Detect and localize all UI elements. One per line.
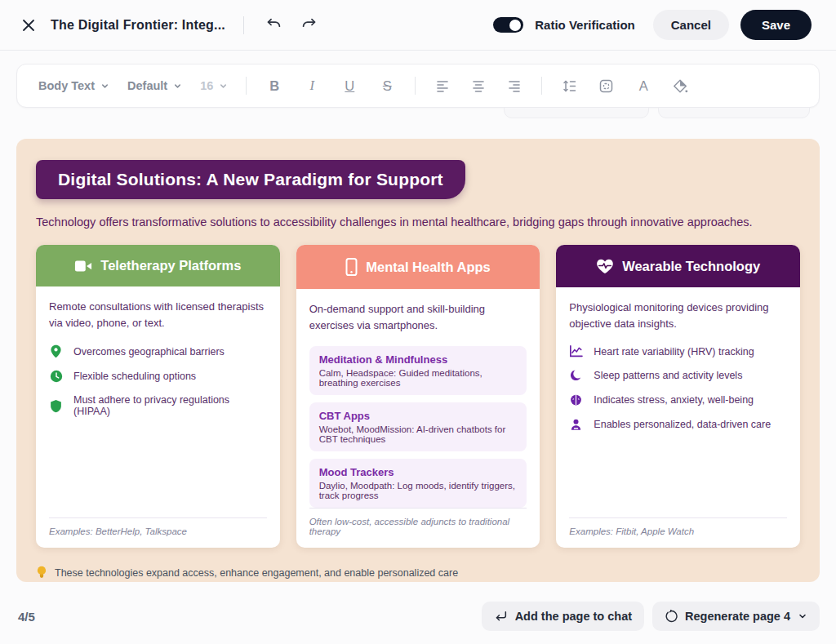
heart-pulse-icon xyxy=(596,258,614,274)
cards-row: Teletherapy Platforms Remote consultatio… xyxy=(36,245,800,548)
card-body: Remote consultations with licensed thera… xyxy=(36,286,280,548)
align-left-button[interactable] xyxy=(434,77,451,95)
bullet-item: Must adhere to privacy regulations (HIPA… xyxy=(49,394,267,417)
card-wearable-technology[interactable]: Wearable Technology Physiological monito… xyxy=(556,245,800,548)
slide-title-banner[interactable]: Digital Solutions: A New Paradigm for Su… xyxy=(36,160,465,199)
clock-icon xyxy=(50,370,63,383)
app-category-text: Calm, Headspace: Guided meditations, bre… xyxy=(319,368,518,388)
bullet-item: Flexible scheduling options xyxy=(49,370,267,383)
divider xyxy=(415,77,416,95)
page-indicator: 4/5 xyxy=(18,610,35,624)
card-footer-note: Often low-cost, accessible adjuncts to t… xyxy=(309,508,527,536)
scroll-gap xyxy=(0,108,836,139)
close-button[interactable] xyxy=(18,15,39,36)
chart-line-icon xyxy=(569,345,583,358)
card-teletherapy[interactable]: Teletherapy Platforms Remote consultatio… xyxy=(36,245,280,548)
font-size-value: 16 xyxy=(200,79,213,92)
cancel-button[interactable]: Cancel xyxy=(653,10,729,40)
topbar: The Digital Frontier: Integ... Ratio Ver… xyxy=(0,0,836,51)
italic-button[interactable]: I xyxy=(302,78,322,94)
regenerate-page-button[interactable]: Regenerate page 4 xyxy=(652,602,820,631)
bullet-text: Enables personalized, data-driven care xyxy=(594,419,771,430)
previous-page-regenerate-button-partial[interactable] xyxy=(658,108,810,118)
bullet-item: Enables personalized, data-driven care xyxy=(569,418,787,431)
bullet-list: Heart rate variability (HRV) tracking Sl… xyxy=(569,345,787,431)
underline-button[interactable]: U xyxy=(340,78,359,94)
card-title: Mental Health Apps xyxy=(366,260,491,275)
app-root: The Digital Frontier: Integ... Ratio Ver… xyxy=(0,0,836,644)
card-title: Wearable Technology xyxy=(622,259,760,274)
topbar-right: Ratio Verification Cancel Save xyxy=(493,10,812,40)
line-spacing-icon xyxy=(562,78,577,94)
italic-icon: I xyxy=(310,78,315,94)
text-color-button[interactable]: A xyxy=(634,78,653,94)
app-category: Meditation & Mindfulness Calm, Headspace… xyxy=(309,346,527,395)
strikethrough-icon: S xyxy=(383,78,392,94)
slide-note[interactable]: These technologies expand access, enhanc… xyxy=(36,566,800,580)
format-toolbar: Body Text Default 16 B I U S xyxy=(16,64,820,108)
frame-button[interactable] xyxy=(597,77,616,95)
card-mental-health-apps[interactable]: Mental Health Apps On-demand support and… xyxy=(296,245,540,548)
close-icon xyxy=(21,18,36,33)
app-category-list: Meditation & Mindfulness Calm, Headspace… xyxy=(309,346,527,508)
chevron-down-icon xyxy=(100,82,109,91)
bullet-item: Sleep patterns and activity levels xyxy=(569,369,787,382)
chevron-down-icon xyxy=(219,82,228,91)
align-center-button[interactable] xyxy=(469,77,487,95)
font-value: Default xyxy=(127,79,167,92)
font-size-dropdown[interactable]: 16 xyxy=(200,79,228,92)
bullet-text: Heart rate variability (HRV) tracking xyxy=(594,346,754,358)
card-description: On-demand support and skill-building exe… xyxy=(309,301,527,334)
slide-note-text: These technologies expand access, enhanc… xyxy=(55,567,458,579)
add-page-to-chat-button[interactable]: Add the page to chat xyxy=(482,602,644,631)
chevron-down-icon xyxy=(798,611,807,621)
card-description: Physiological monitoring devices providi… xyxy=(569,300,787,332)
card-wearable-header: Wearable Technology xyxy=(556,245,800,287)
card-title: Teletherapy Platforms xyxy=(100,258,241,273)
text-color-icon: A xyxy=(639,78,648,94)
underline-icon: U xyxy=(345,78,354,94)
video-camera-icon xyxy=(74,259,92,273)
text-style-dropdown[interactable]: Body Text xyxy=(38,79,109,92)
divider xyxy=(246,77,247,95)
regenerate-page-label: Regenerate page 4 xyxy=(685,610,790,623)
bullet-item: Overcomes geographical barriers xyxy=(49,344,267,358)
card-teletherapy-header: Teletherapy Platforms xyxy=(36,245,280,286)
align-right-icon xyxy=(507,78,522,93)
card-body: Physiological monitoring devices providi… xyxy=(556,287,800,548)
app-category-text: Daylio, Moodpath: Log moods, identify tr… xyxy=(319,481,518,500)
previous-page-add-to-chat-button-partial[interactable] xyxy=(504,108,649,118)
app-category: CBT Apps Woebot, MoodMission: AI-driven … xyxy=(309,402,527,451)
divider xyxy=(541,77,542,95)
align-left-icon xyxy=(435,78,450,93)
line-spacing-button[interactable] xyxy=(560,77,579,95)
return-arrow-icon xyxy=(494,611,508,623)
strikethrough-button[interactable]: S xyxy=(377,78,397,94)
slide-title: Digital Solutions: A New Paradigm for Su… xyxy=(58,170,443,189)
card-description: Remote consultations with licensed thera… xyxy=(49,299,267,331)
bullet-item: Heart rate variability (HRV) tracking xyxy=(569,345,787,358)
fill-color-button[interactable] xyxy=(671,77,690,95)
map-pin-icon xyxy=(50,344,62,358)
app-category: Mood Trackers Daylio, Moodpath: Log mood… xyxy=(309,459,527,508)
redo-button[interactable] xyxy=(297,14,321,36)
frame-icon xyxy=(598,78,614,94)
app-category-title: CBT Apps xyxy=(319,410,518,422)
page-bar-actions: Add the page to chat Regenerate page 4 xyxy=(482,602,820,631)
slide-canvas[interactable]: Digital Solutions: A New Paradigm for Su… xyxy=(16,139,820,582)
toggle-knob xyxy=(509,20,521,31)
undo-button[interactable] xyxy=(262,14,286,36)
bullet-text: Must adhere to privacy regulations (HIPA… xyxy=(73,394,267,417)
bold-icon: B xyxy=(269,78,279,94)
slide-subtitle[interactable]: Technology offers transformative solutio… xyxy=(36,215,800,229)
align-right-button[interactable] xyxy=(505,77,523,95)
document-title: The Digital Frontier: Integ... xyxy=(51,18,225,33)
page-bar: 4/5 Add the page to chat Regenerate page… xyxy=(0,602,836,644)
save-button[interactable]: Save xyxy=(740,10,812,40)
toolbar-wrap: Body Text Default 16 B I U S xyxy=(0,51,836,108)
card-body: On-demand support and skill-building exe… xyxy=(296,289,540,548)
bold-button[interactable]: B xyxy=(265,78,284,94)
ratio-verification-toggle[interactable] xyxy=(493,17,523,33)
app-category-text: Woebot, MoodMission: AI-driven chatbots … xyxy=(319,424,518,444)
font-dropdown[interactable]: Default xyxy=(127,79,182,92)
